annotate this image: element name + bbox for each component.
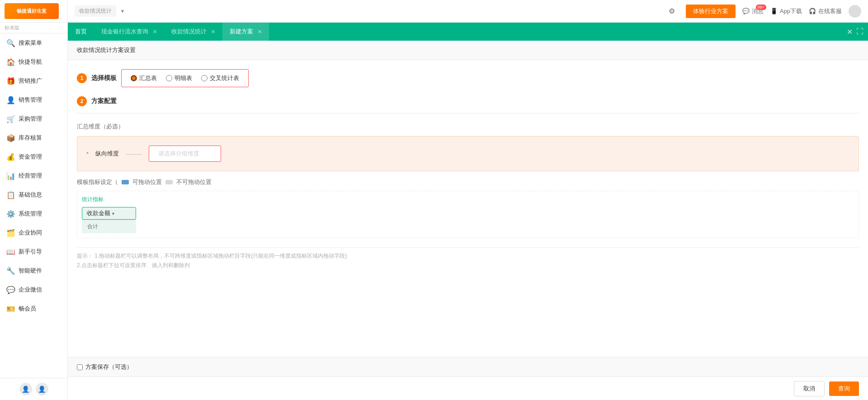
industry-btn[interactable]: 体验行业方案 [686,5,736,18]
sidebar-item-label: 系统管理 [19,210,42,218]
query-button[interactable]: 查询 [829,381,859,396]
form-area: 1 选择模板 汇总表 明细表 [68,60,868,294]
sales-icon: 👤 [7,96,15,104]
radio-summary-input[interactable] [131,75,137,81]
sidebar-avatar-left[interactable]: 👤 [19,383,32,395]
tip-row-1: 提示： 1.拖动标题栏可以调整布局，不可跨维度或指标区域拖动栏目字段(只能在同一… [77,252,859,260]
page-header: 收款情况统计方案设置 [68,41,868,60]
radio-detail[interactable]: 明细表 [166,74,192,82]
user-avatar[interactable] [849,5,861,18]
sidebar-item-new-guide[interactable]: 📖 新手引导 [0,242,67,261]
smart-hardware-icon: 🔧 [7,267,15,275]
sidebar-item-quick-nav[interactable]: 🏠 快捷导航 [0,52,67,71]
sidebar-item-label: 采购管理 [19,115,42,123]
template-options-box: 汇总表 明细表 交叉统计表 [121,69,249,87]
sidebar-item-operations[interactable]: 📊 经营管理 [0,166,67,185]
sidebar-item-label: 搜索菜单 [19,39,42,47]
tab-bank-flow-label: 现金银行流水查询 [101,28,148,36]
sidebar-item-inventory[interactable]: 📦 库存核算 [0,128,67,147]
radio-detail-input[interactable] [166,75,172,81]
draggable-label: 可拖动位置 [132,178,162,186]
operations-icon: 📊 [7,172,15,180]
tab-collection-stats-label: 收款情况统计 [171,28,207,36]
sidebar-item-label: 智能硬件 [19,267,42,275]
purchase-icon: 🛒 [7,115,15,123]
logo-image: 畅捷通好生意 [5,3,59,19]
tips-area: 提示： 1.拖动标题栏可以调整布局，不可跨维度或指标区域拖动栏目字段(只能在同一… [77,247,859,276]
sidebar-item-member[interactable]: 🎫 畅会员 [0,299,67,318]
sidebar-item-sales[interactable]: 👤 销售管理 [0,90,67,109]
dropdown-arrow-icon[interactable]: ▼ [120,8,125,14]
radio-summary[interactable]: 汇总表 [131,74,157,82]
page-header-title: 收款情况统计方案设置 [77,47,136,53]
tab-maximize-icon[interactable]: ⛶ [856,28,863,36]
stats-subtag-total: 合计 [82,220,136,233]
sidebar-item-label: 销售管理 [19,96,42,104]
stats-tag-area: 统计指标 收款金额 ▾ 合计 [77,191,859,238]
step2-header: 2 方案配置 [77,96,859,106]
sidebar: 畅捷通好生意 标准版 🔍 搜索菜单 🏠 快捷导航 🎁 营销推广 👤 销售管理 🛒… [0,0,68,400]
sidebar-logo: 畅捷通好生意 [0,0,67,23]
sidebar-avatar-right[interactable]: 👤 [36,383,48,395]
sidebar-item-basic-info[interactable]: 📋 基础信息 [0,185,67,204]
breadcrumb-text: 收款情况统计 [75,5,116,17]
sidebar-item-label: 营销推广 [19,77,42,85]
online-service-btn[interactable]: 🎧 在线客服 [809,7,842,15]
tab-home[interactable]: 首页 [68,23,94,41]
cancel-button[interactable]: 取消 [794,381,825,396]
sidebar-item-enterprise-wechat[interactable]: 💬 企业微信 [0,280,67,299]
stats-tag-label: 收款金额 [87,209,110,217]
message-btn[interactable]: 💬 消息 99+ [742,7,764,15]
service-icon: 🎧 [809,8,816,14]
main-area: 收款情况统计 ▼ ⚙ 体验行业方案 💬 消息 99+ 📱 App下载 🎧 在线客… [68,0,868,400]
new-guide-icon: 📖 [7,248,15,256]
radio-cross[interactable]: 交叉统计表 [201,74,239,82]
stats-tag-amount[interactable]: 收款金额 ▾ [82,207,136,220]
header-right: ⚙ 体验行业方案 💬 消息 99+ 📱 App下载 🎧 在线客服 [665,4,861,19]
sidebar-item-label: 库存核算 [19,134,42,142]
sidebar-item-search-menu[interactable]: 🔍 搜索菜单 [0,33,67,52]
enterprise-collab-icon: 🗂️ [7,229,15,237]
quick-nav-icon: 🏠 [7,58,15,66]
footer-actions: 取消 查询 [68,376,868,400]
tab-collection-stats[interactable]: 收款情况统计 ✕ [164,23,222,41]
tab-bank-flow[interactable]: 现金银行流水查询 ✕ [94,23,164,41]
vertical-dimension-label: 纵向维度 [95,150,119,158]
marketing-icon: 🎁 [7,77,15,85]
settings-icon[interactable]: ⚙ [665,4,679,19]
sidebar-item-system[interactable]: ⚙️ 系统管理 [0,204,67,223]
chevron-down-icon: ▾ [112,211,114,216]
app-download-label: App下载 [780,7,802,15]
edition-label: 标准版 [0,23,67,33]
sidebar-item-label: 畅会员 [19,305,36,313]
system-icon: ⚙️ [7,210,15,218]
sidebar-item-finance[interactable]: 💰 资金管理 [0,147,67,166]
draggable-indicator [122,180,129,184]
non-draggable-indicator [165,180,173,184]
radio-detail-label: 明细表 [175,74,192,82]
tab-new-plan[interactable]: 新建方案 ✕ [222,23,269,41]
sidebar-item-label: 资金管理 [19,153,42,161]
app-download-btn[interactable]: 📱 App下载 [770,7,802,15]
save-checkbox[interactable]: 方案保存（可选） [77,363,132,371]
tab-bank-flow-close[interactable]: ✕ [153,29,157,35]
tip-row-2: 2.点击标题栏下拉可设置排序、插入列和删除列 [77,262,859,269]
sidebar-item-label: 新手引导 [19,248,42,256]
top-header: 收款情况统计 ▼ ⚙ 体验行业方案 💬 消息 99+ 📱 App下载 🎧 在线客… [68,0,868,23]
sidebar-item-marketing[interactable]: 🎁 营销推广 [0,71,67,90]
radio-cross-input[interactable] [201,75,208,81]
page-content: 收款情况统计方案设置 1 选择模板 汇总表 [68,41,868,357]
radio-summary-label: 汇总表 [139,74,157,82]
dimension-select[interactable]: 请选择分组维度 [149,146,221,162]
sidebar-item-purchase[interactable]: 🛒 采购管理 [0,109,67,128]
tab-close-icon[interactable]: ✕ [847,28,853,36]
sidebar-item-smart-hardware[interactable]: 🔧 智能硬件 [0,261,67,280]
step1-header: 1 选择模板 汇总表 明细表 [77,69,859,87]
save-checkbox-input[interactable] [77,364,83,370]
tab-collection-stats-close[interactable]: ✕ [211,29,215,35]
tab-new-plan-close[interactable]: ✕ [258,29,262,35]
step2-title: 方案配置 [91,97,117,105]
breadcrumb-area: 收款情况统计 ▼ [75,5,660,17]
save-checkbox-label: 方案保存（可选） [85,363,132,371]
sidebar-item-enterprise-collab[interactable]: 🗂️ 企业协同 [0,223,67,242]
